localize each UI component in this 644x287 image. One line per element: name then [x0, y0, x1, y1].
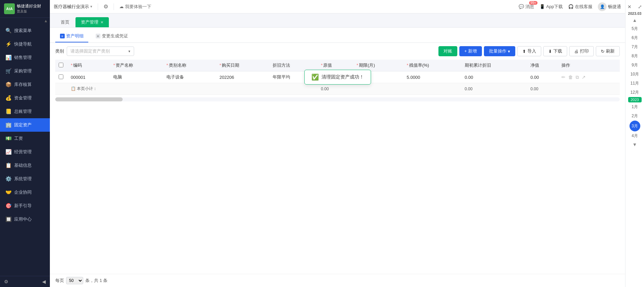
sidebar-scroll-up[interactable]: ▲ [44, 19, 48, 23]
sidebar-item-purchase[interactable]: 🛒 采购管理 [0, 64, 50, 78]
tab-close-icon[interactable]: ✕ [100, 20, 103, 25]
horizontal-scrollbar[interactable] [55, 97, 620, 101]
category-dropdown-icon: ▾ [128, 49, 130, 54]
company-name: 医疗器械行业演示 [54, 4, 89, 10]
sidebar-item-label: 新手引导 [14, 203, 32, 209]
right-panel: ✕ ⤢ 2023.03 ▲ 5月 6月 7月 8月 9月 10月 11月 12月… [625, 0, 644, 287]
sidebar-item-inventory[interactable]: 📦 库存核算 [0, 78, 50, 91]
download-button[interactable]: ⬇ 下载 [543, 46, 567, 56]
topbar: 医疗器械行业演示 ▾ ⚙ ☁ 我要体验一下 💬 消息 99+ 📱 App下载 🎧… [50, 0, 625, 13]
biz-mgmt-icon: 📈 [5, 149, 11, 155]
month-2[interactable]: 2月 [628, 111, 642, 121]
month-7[interactable]: 7月 [628, 42, 642, 52]
app-download-button[interactable]: 📱 App下载 [540, 4, 563, 10]
topbar-divider [98, 3, 98, 10]
company-dropdown-icon: ▾ [90, 4, 92, 9]
prev-month-nav[interactable]: ▲ [631, 16, 639, 24]
tab-home-label: 首页 [61, 19, 69, 25]
sidebar-item-biz-mgmt[interactable]: 📈 经营管理 [0, 145, 50, 159]
toolbar: 类别 请选择固定资产类别 ▾ 对账 + 新增 批量操作 ▾ ⬆ [50, 43, 625, 60]
category-select[interactable]: 请选择固定资产类别 ▾ [67, 46, 134, 56]
scrollbar-thumb[interactable] [55, 97, 123, 101]
right-panel-expand-icon[interactable]: ⤢ [638, 4, 642, 9]
sidebar-item-fixed-assets[interactable]: 🏢 固定资产 [0, 118, 50, 132]
sidebar-item-basic-info[interactable]: 📋 基础信息 [0, 159, 50, 172]
funds-icon: 💰 [5, 95, 11, 101]
copy-icon[interactable]: ⧉ [576, 74, 579, 80]
tab-home[interactable]: 首页 [55, 17, 75, 27]
settings-bottom-icon[interactable]: ⚙ [4, 279, 8, 284]
sidebar-bottom: ⚙ ◀ [0, 276, 50, 287]
content-tab-asset-detail[interactable]: ≡ 资产明细 [55, 31, 88, 42]
tab-asset-mgmt[interactable]: 资产管理 ✕ [75, 17, 109, 27]
col-purchase-date: *购买日期 [216, 60, 269, 71]
tab-asset-mgmt-label: 资产管理 [81, 19, 98, 25]
sidebar-item-sales[interactable]: 📊 销售管理 [0, 51, 50, 64]
new-button[interactable]: + 新增 [459, 46, 482, 56]
refresh-button[interactable]: ↻ 刷新 [596, 46, 620, 56]
sidebar-item-payroll[interactable]: 💵 工资 [0, 132, 50, 145]
import-button[interactable]: ⬆ 导入 [517, 46, 541, 56]
user-name: 畅捷通 [608, 4, 621, 10]
basic-info-icon: 📋 [5, 162, 11, 168]
next-month-nav[interactable]: ▼ [631, 140, 639, 149]
sidebar-item-label: 固定资产 [14, 122, 32, 128]
online-service-button[interactable]: 🎧 在线客服 [568, 4, 592, 10]
more-icon[interactable]: ↗ [582, 74, 586, 80]
month-11[interactable]: 11月 [628, 79, 642, 88]
app-download-label: App下载 [546, 4, 563, 10]
coop-icon: 🤝 [5, 189, 11, 195]
month-10[interactable]: 10月 [628, 70, 642, 79]
sidebar-item-label: 采购管理 [14, 68, 32, 74]
settings-button[interactable]: ⚙ [103, 3, 108, 10]
payroll-icon: 💵 [5, 135, 11, 141]
sidebar-item-ledger[interactable]: 📒 总账管理 [0, 105, 50, 118]
right-panel-close-icon[interactable]: ✕ [627, 4, 632, 9]
content-tab-change-voucher[interactable]: ≡ 变更生成凭证 [91, 31, 133, 42]
collapse-icon[interactable]: ◀ [42, 279, 46, 284]
cell-actions: ✏ 🗑 ⧉ ↗ [558, 71, 620, 83]
month-9[interactable]: 9月 [628, 61, 642, 70]
subtotal-original: 0.00 [317, 83, 353, 95]
online-service-label: 在线客服 [575, 4, 592, 10]
sidebar-item-search[interactable]: 🔍 搜索菜单 [0, 24, 50, 37]
content-tab-change-voucher-label: 变更生成凭证 [102, 33, 128, 39]
month-8[interactable]: 8月 [628, 52, 642, 61]
cloud-icon: ☁ [119, 4, 124, 9]
user-avatar[interactable]: 👤 畅捷通 [598, 2, 621, 11]
cell-residual-rate: 5.0000 [403, 71, 461, 83]
month-5[interactable]: 5月 [628, 24, 642, 33]
month-4[interactable]: 4月 [628, 131, 642, 140]
experience-button[interactable]: ☁ 我要体验一下 [119, 4, 151, 10]
sidebar-item-funds[interactable]: 💰 资金管理 [0, 91, 50, 105]
subtotal-net: 0.00 [527, 83, 558, 95]
message-button[interactable]: 💬 消息 99+ [519, 4, 534, 10]
per-page-select[interactable]: 50 100 [66, 277, 83, 284]
month-12[interactable]: 12月 [628, 88, 642, 97]
sidebar-item-guide[interactable]: 🎯 新手引导 [0, 199, 50, 213]
sidebar-item-sys-mgmt[interactable]: ⚙️ 系统管理 [0, 172, 50, 186]
company-selector[interactable]: 医疗器械行业演示 ▾ [54, 4, 92, 10]
asset-detail-tab-icon: ≡ [60, 34, 65, 38]
print-button[interactable]: 🖨 打印 [569, 46, 594, 56]
month-3-current[interactable]: 3月 [630, 121, 640, 131]
subtotal-initial: 0.00 [461, 83, 527, 95]
row-checkbox[interactable] [59, 74, 63, 79]
month-6[interactable]: 6月 [628, 33, 642, 42]
sidebar-item-label: 资金管理 [14, 95, 32, 101]
year-month-label: 2023.03 [627, 11, 643, 16]
batch-ops-button[interactable]: 批量操作 ▾ [484, 46, 515, 56]
select-all-checkbox[interactable] [59, 63, 63, 67]
sidebar-item-coop[interactable]: 🤝 企业协同 [0, 186, 50, 199]
cell-initial-accum-depr: 0.00 [461, 71, 527, 83]
refresh-icon: ↻ [601, 49, 605, 54]
delete-icon[interactable]: 🗑 [568, 74, 573, 80]
col-actions: 操作 [558, 60, 620, 71]
content-area: ≡ 资产明细 ≡ 变更生成凭证 类别 请选择固定资产类别 ▾ 对账 [50, 28, 625, 287]
edit-icon[interactable]: ✏ [561, 74, 565, 80]
month-1[interactable]: 1月 [628, 102, 642, 111]
sidebar-item-app-center[interactable]: 🔲 应用中心 [0, 213, 50, 226]
reconcile-button[interactable]: 对账 [438, 46, 457, 56]
sidebar-item-quick-nav[interactable]: ⚡ 快捷导航 [0, 37, 50, 51]
year-2023-marker: 2023 [628, 97, 642, 102]
